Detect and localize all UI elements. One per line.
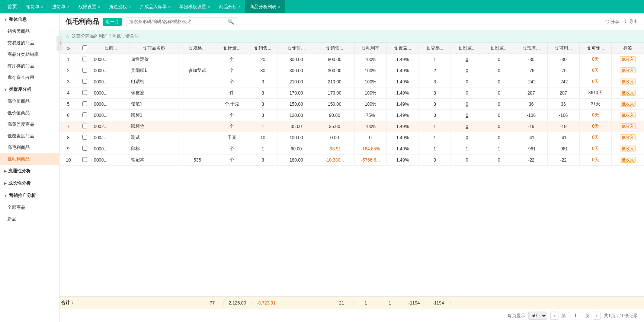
nav-purchase-order-close[interactable]: × [67, 4, 69, 9]
sidebar-item-high-coverage[interactable]: 高覆盖度商品 [0, 119, 59, 130]
row-browse1[interactable]: 0 [451, 87, 483, 99]
nav-product-analysis-list-close[interactable]: × [278, 4, 280, 9]
nav-permission-settings[interactable]: 权限设置× [74, 0, 105, 13]
search-icon[interactable]: 🔍 [228, 19, 234, 25]
col-unit-header[interactable]: ⇅计量... [216, 43, 248, 54]
sidebar-item-low-coverage[interactable]: 低覆盖度商品 [0, 130, 59, 142]
nav-product-warehouse-close[interactable]: × [168, 4, 170, 9]
table-container[interactable]: ⚙ ⇅商... ⇅商品名称 ⇅规格... [60, 43, 644, 296]
col-browse2-header[interactable]: ⇅浏览... [483, 43, 515, 54]
prev-page-button[interactable]: ＜ [550, 312, 558, 320]
col-spec-header[interactable]: ⇅规格... [179, 43, 216, 54]
next-page-button[interactable]: ＞ [593, 312, 601, 320]
nav-product-analysis[interactable]: 商品分析× [215, 0, 245, 13]
export-button[interactable]: ⤓ 导出 [624, 19, 638, 25]
nav-permission-close[interactable]: × [98, 4, 100, 9]
col-current-header[interactable]: ⇅现有... [515, 43, 547, 54]
sidebar-collapse-button[interactable]: 《 [57, 36, 63, 51]
row-check[interactable] [77, 87, 92, 99]
col-code-header[interactable]: ⇅商... [92, 43, 129, 54]
row-browse1[interactable]: 0 [451, 132, 483, 143]
nav-role-auth[interactable]: 角色授权× [105, 0, 135, 13]
row-checkbox[interactable] [82, 68, 87, 73]
col-check-header[interactable] [77, 43, 92, 54]
sidebar-item-stock-goods[interactable]: 有库存的商品 [0, 60, 59, 72]
row-check[interactable] [77, 110, 92, 121]
per-page-select[interactable]: 50 100 [528, 312, 547, 320]
browse1-link[interactable]: 0 [466, 113, 468, 118]
select-all-checkbox[interactable] [82, 45, 87, 50]
col-tag-header[interactable]: 标签 [612, 43, 644, 54]
row-check[interactable] [77, 54, 92, 65]
nav-product-analysis-close[interactable]: × [238, 4, 241, 9]
nav-home[interactable]: 首页 [3, 0, 22, 13]
share-button[interactable]: ⬡ 分享 [605, 19, 619, 25]
sidebar-group-flow-analysis[interactable]: ▶ 流通性分析 [0, 165, 59, 177]
row-browse1[interactable]: 0 [451, 154, 483, 166]
browse1-link[interactable]: 0 [466, 102, 468, 107]
sidebar-group-marketing-analysis[interactable]: ▼ 营销推广分析 [0, 189, 59, 202]
row-checkbox[interactable] [82, 90, 87, 95]
col-sales-qty-header[interactable]: ⇅销售... [248, 43, 278, 54]
col-saleable-header[interactable]: ⇅可销... [579, 43, 611, 54]
row-check[interactable] [77, 143, 92, 154]
row-checkbox[interactable] [82, 79, 87, 84]
sidebar-item-high-margin[interactable]: 高毛利商品 [0, 142, 59, 153]
col-browse1-header[interactable]: ⇅浏览... [451, 43, 483, 54]
nav-template-close[interactable]: × [208, 4, 210, 9]
row-browse1[interactable]: 0 [451, 76, 483, 87]
sidebar-item-sales-goods[interactable]: 销售类商品 [0, 26, 59, 37]
row-browse1[interactable]: 0 [451, 110, 483, 121]
col-sales-amt-header[interactable]: ⇅销售... [278, 43, 315, 54]
row-checkbox[interactable] [82, 124, 87, 128]
col-coverage-header[interactable]: ⇅覆盖... [387, 43, 419, 54]
col-transactions-header[interactable]: ⇅交易... [419, 43, 451, 54]
sidebar-item-low-margin[interactable]: 低毛利商品 [0, 153, 59, 165]
nav-sales-order-close[interactable]: × [41, 4, 43, 9]
row-check[interactable] [77, 76, 92, 87]
browse1-link[interactable]: 0 [466, 68, 468, 73]
sidebar-item-stock-capital[interactable]: 库存资金占用 [0, 72, 59, 83]
row-browse1[interactable]: 1 [451, 143, 483, 154]
search-input[interactable] [129, 19, 228, 24]
col-gross-rate-header[interactable]: ⇅毛利率 [355, 43, 387, 54]
sidebar-group-overall-info[interactable]: ▼ 整体信息 [0, 13, 59, 26]
browse1-link[interactable]: 1 [466, 146, 468, 152]
row-check[interactable] [77, 154, 92, 166]
page-number-input[interactable] [569, 312, 582, 319]
row-check[interactable] [77, 99, 92, 110]
browse1-link[interactable]: 0 [466, 135, 468, 140]
row-browse1[interactable]: 0 [451, 99, 483, 110]
nav-product-warehouse[interactable]: 产成品入库单× [135, 0, 175, 13]
browse1-link[interactable]: 0 [466, 90, 468, 96]
row-checkbox[interactable] [82, 135, 87, 140]
row-browse1[interactable]: 0 [451, 121, 483, 132]
sidebar-item-high-value[interactable]: 高价值商品 [0, 96, 59, 107]
nav-role-close[interactable]: × [128, 4, 131, 9]
nav-sales-order[interactable]: 销货单× [22, 0, 48, 13]
row-browse1[interactable]: 0 [451, 65, 483, 76]
sidebar-item-new-goods[interactable]: 新品 [0, 213, 59, 225]
row-checkbox[interactable] [82, 112, 87, 117]
browse1-link[interactable]: 0 [466, 157, 468, 163]
sidebar-item-low-value[interactable]: 低价值商品 [0, 107, 59, 119]
row-checkbox[interactable] [82, 157, 87, 162]
nav-purchase-order[interactable]: 进货单× [48, 0, 74, 13]
row-checkbox[interactable] [82, 57, 87, 61]
sidebar-item-traded-goods[interactable]: 交易过的商品 [0, 37, 59, 49]
browse1-link[interactable]: 0 [466, 124, 468, 129]
sidebar-item-all-goods[interactable]: 全部商品 [0, 202, 59, 213]
row-check[interactable] [77, 121, 92, 132]
nav-product-analysis-list[interactable]: 商品分析列表× [245, 0, 285, 13]
browse1-link[interactable]: 0 [466, 79, 468, 85]
col-available-header[interactable]: ⇅可用... [547, 43, 579, 54]
date-badge[interactable]: 近一月 [103, 18, 122, 26]
row-checkbox[interactable] [82, 146, 87, 151]
sidebar-item-category-rate[interactable]: 商品分类助销率 [0, 49, 59, 60]
sidebar-group-growth-analysis[interactable]: ▶ 成长性分析 [0, 177, 59, 189]
col-sales-profit-header[interactable]: ⇅销售... [315, 43, 354, 54]
row-checkbox[interactable] [82, 101, 87, 106]
row-check[interactable] [77, 65, 92, 76]
row-browse1[interactable]: 0 [451, 54, 483, 65]
nav-template-settings[interactable]: 单据模板设置× [175, 0, 214, 13]
